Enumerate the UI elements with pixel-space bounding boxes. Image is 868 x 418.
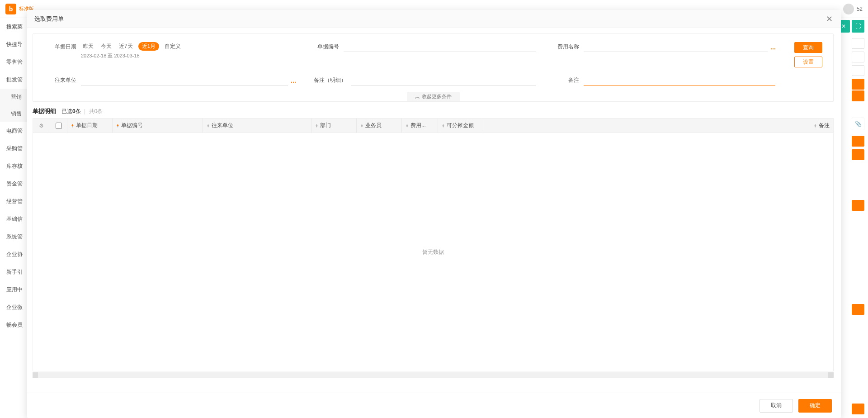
gear-icon: ⚙ [39,123,44,129]
sort-desc-icon: ▼ [814,126,817,128]
query-button[interactable]: 查询 [794,42,822,53]
modal-title: 选取费用单 [34,15,64,23]
chevron-up-icon: ︽ [415,93,420,100]
sort-desc-icon: ▼ [71,126,74,128]
date-chip-7days[interactable]: 近7天 [117,42,135,51]
filter-panel: 单据日期 昨天 今天 近7天 近1月 自定义 2023-02-18 至 2023… [33,33,834,102]
grid-settings-button[interactable]: ⚙ [33,119,50,133]
date-chip-1month[interactable]: 近1月 [138,42,160,51]
fee-name-label: 费用名称 [547,42,579,51]
close-icon[interactable]: ✕ [825,14,834,24]
cancel-button[interactable]: 取消 [760,399,793,413]
horizontal-scrollbar[interactable] [33,372,834,378]
details-count: 已选0条 | 共0条 [61,108,103,115]
remark-input[interactable] [584,76,775,86]
party-input[interactable] [81,76,288,86]
col-dept[interactable]: ▲▼ 部门 [311,119,357,133]
sort-desc-icon: ▼ [442,126,445,128]
scroll-left-icon[interactable] [33,372,38,378]
modal-header: 选取费用单 ✕ [27,10,841,28]
details-header: 单据明细 已选0条 | 共0条 [33,107,834,115]
date-range-text: 2023-02-18 至 2023-03-18 [81,52,296,59]
doc-no-label: 单据编号 [307,42,339,51]
date-label: 单据日期 [44,42,76,51]
sort-desc-icon: ▼ [360,126,363,128]
fee-name-input[interactable] [584,42,768,52]
sort-desc-icon: ▼ [116,126,119,128]
col-remark[interactable]: ▲▼ 备注 [483,119,833,133]
select-all-checkbox[interactable] [56,123,62,129]
sort-desc-icon: ▼ [207,126,210,128]
details-title: 单据明细 [33,107,56,115]
collapse-label: 收起更多条件 [422,93,452,100]
doc-no-input[interactable] [344,42,535,52]
remark-detail-input[interactable] [351,76,535,86]
grid-header-row: ⚙ ▲▼ 单据日期 ▲▼ 单据编号 ▲▼ 往来单位 [33,119,833,133]
grid: ⚙ ▲▼ 单据日期 ▲▼ 单据编号 ▲▼ 往来单位 [33,118,834,371]
col-alloc-amount[interactable]: ▲▼ 可分摊金额 [438,119,483,133]
collapse-filters-button[interactable]: ︽ 收起更多条件 [407,92,460,101]
settings-button[interactable]: 设置 [794,57,822,67]
scroll-right-icon[interactable] [828,372,834,378]
grid-empty: 暂无数据 [33,133,833,371]
col-doc-no[interactable]: ▲▼ 单据编号 [113,119,203,133]
modal-footer: 取消 确定 [27,393,841,418]
ok-button[interactable]: 确定 [798,399,832,413]
sort-desc-icon: ▼ [406,126,409,128]
date-chip-today[interactable]: 今天 [99,42,113,51]
fee-name-more-icon[interactable]: ⋯ [770,46,775,52]
date-quick-picks: 昨天 今天 近7天 近1月 自定义 [81,42,296,51]
col-fee[interactable]: ▲▼ 费用... [402,119,438,133]
sort-desc-icon: ▼ [315,126,318,128]
col-date[interactable]: ▲▼ 单据日期 [67,119,113,133]
date-chip-yesterday[interactable]: 昨天 [81,42,95,51]
select-expense-modal: 选取费用单 ✕ 单据日期 昨天 今天 近7天 近1月 自定义 [27,10,841,418]
modal-body: 单据日期 昨天 今天 近7天 近1月 自定义 2023-02-18 至 2023… [27,28,841,393]
date-chip-custom[interactable]: 自定义 [163,42,183,51]
grid-select-all[interactable] [50,119,67,133]
remark-label: 备注 [547,76,579,84]
party-label: 往来单位 [44,76,76,84]
col-operator[interactable]: ▲▼ 业务员 [357,119,402,133]
remark-detail-label: 备注（明细） [307,76,346,84]
col-party[interactable]: ▲▼ 往来单位 [203,119,311,133]
party-more-icon[interactable]: ⋯ [291,79,296,86]
